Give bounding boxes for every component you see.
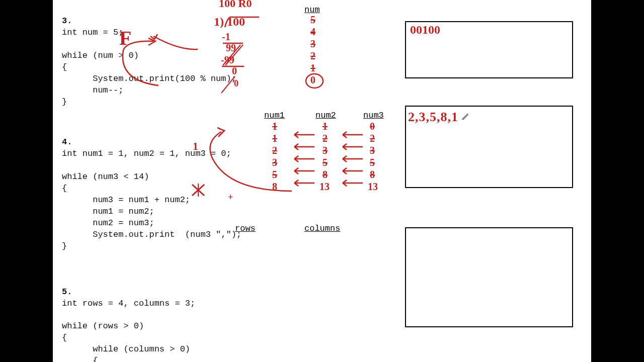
p4-l7a: System.out.print xyxy=(62,230,175,239)
p4-l5: num1 = num2; xyxy=(62,207,154,216)
p4-num3-header: num3 xyxy=(363,111,384,120)
annot-F: F xyxy=(119,26,131,50)
p3-trace-4: 4 xyxy=(310,26,315,38)
annot-div: 1) 100 xyxy=(214,15,245,29)
annot-calc3: 0 xyxy=(232,65,237,77)
annot-plus: + xyxy=(228,192,233,203)
p4-n1-4: 5 xyxy=(272,169,277,180)
p4-n2-1: 2 xyxy=(323,133,328,144)
p5-l2: while (rows > 0) xyxy=(62,321,144,331)
p4-n2-0: 1 xyxy=(323,121,328,132)
annot-calc0: -1 xyxy=(222,31,230,43)
p3-l3: { xyxy=(62,62,67,72)
annot-zero-extra: 0 xyxy=(234,78,238,89)
annot-calc2: -99 xyxy=(221,54,234,66)
p5-l4: while (columns > 0) xyxy=(62,344,190,354)
p3-trace-5: 5 xyxy=(310,14,315,26)
document-page: 3. int num = 5; while (num > 0) { System… xyxy=(53,0,591,362)
p4-n1-0: 1 xyxy=(272,121,277,132)
annot-one: 1 xyxy=(193,140,198,153)
p5-l3: { xyxy=(62,333,67,342)
p3-num-header: num xyxy=(304,5,320,15)
p4-n1-1: 1 xyxy=(272,133,277,144)
p4-number: 4. xyxy=(62,137,72,147)
p4-n2-3: 5 xyxy=(323,157,328,168)
p3-l1: int num = 5; xyxy=(62,28,123,37)
p4-l1: int num1 = 1, num2 = 1, num3 = 0; xyxy=(62,149,231,158)
p3-l2: while (num > 0) xyxy=(62,51,139,60)
annot-calc1: 99 xyxy=(226,42,236,54)
p3-number: 3. xyxy=(62,16,72,26)
p5-number: 5. xyxy=(62,287,72,297)
p4-num2-header: num2 xyxy=(315,111,336,120)
p4-n2-5: 13 xyxy=(319,181,330,193)
p5-columns-header: columns xyxy=(304,224,340,233)
p4-n3-5: 13 xyxy=(368,181,378,193)
p4-l3: { xyxy=(62,184,67,193)
p4-l6: num2 = num3; xyxy=(62,218,154,228)
p4-l7b: (num3 xyxy=(185,230,211,239)
p4-n3-1: 2 xyxy=(370,133,375,144)
p3-l5: num--; xyxy=(62,85,123,95)
p4-l4: num3 = num1 + num2; xyxy=(62,195,190,205)
p4-n1-3: 3 xyxy=(272,157,277,168)
p3-trace-2: 2 xyxy=(310,50,315,62)
p4-l2: while (num3 < 14) xyxy=(62,172,149,182)
p3-trace-3: 3 xyxy=(310,38,315,50)
p5-rows-header: rows xyxy=(235,224,256,233)
p4-n3-2: 3 xyxy=(370,145,375,156)
p3-l4: System.out.print(100 % num); xyxy=(62,74,236,83)
p4-output: 2,3,5,8,1 xyxy=(408,110,458,125)
output-box-5 xyxy=(405,227,573,327)
p5-l1: int rows = 4, columns = 3; xyxy=(62,299,195,308)
pencil-cursor-icon xyxy=(461,112,468,119)
p4-n3-3: 5 xyxy=(370,157,375,168)
p3-output: 00100 xyxy=(410,23,440,37)
p3-trace-1: 1 xyxy=(310,62,315,74)
p3-trace-0: 0 xyxy=(310,74,315,86)
p3-l6: } xyxy=(62,97,67,107)
p4-n3-0: 0 xyxy=(370,121,375,132)
p4-l8: } xyxy=(62,241,67,251)
p5-l5: { xyxy=(62,356,98,362)
p4-n1-2: 2 xyxy=(272,145,277,156)
p4-n1-5: 8 xyxy=(272,181,277,193)
annot-100-r0: 100 R0 xyxy=(219,0,252,10)
p4-n2-2: 3 xyxy=(323,145,328,156)
p4-n3-4: 8 xyxy=(370,169,375,180)
p4-num1-header: num1 xyxy=(264,111,285,120)
p4-n2-4: 8 xyxy=(323,169,328,180)
